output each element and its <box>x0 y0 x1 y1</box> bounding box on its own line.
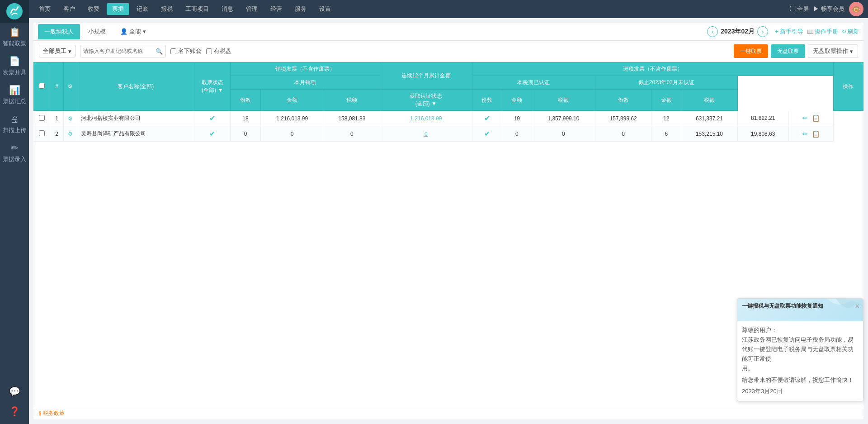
data-entry-icon: ✏ <box>11 143 19 153</box>
edit-icon[interactable]: ✏ <box>802 130 808 138</box>
checkbox-my-accounts[interactable]: 名下账套 <box>170 47 202 55</box>
row-num: 2 <box>50 126 64 142</box>
user-avatar[interactable]: 🐵 <box>849 2 863 16</box>
manual-link[interactable]: 📖 操作手册 <box>807 28 838 36</box>
th-month-sales: 本月销项 <box>231 76 380 90</box>
row-p-tax: 0 <box>595 126 651 142</box>
th-purchase-group: 进项发票（不含作废票） <box>472 62 833 76</box>
th-s-tax: 税额 <box>324 90 380 111</box>
row-actions: ✏ 📋 <box>788 111 833 126</box>
th-client-name: 客户名称(全部) <box>77 62 194 111</box>
row-checkbox[interactable] <box>34 126 50 142</box>
sidebar-item-scan-upload[interactable]: 🖨 扫描上传 <box>0 110 29 138</box>
nav-collect[interactable]: 收费 <box>82 3 105 15</box>
checkbox-has-taxdisk[interactable]: 有税盘 <box>206 47 231 55</box>
row-client-name: 河北柯搭楼实业有限公司 <box>77 111 194 126</box>
sidebar-item-invoice-summary[interactable]: 📊 票据汇总 <box>0 81 29 110</box>
search-input-wrap: 🔍 <box>80 45 166 57</box>
notification-close-btn[interactable]: × <box>855 302 859 310</box>
nav-message[interactable]: 消息 <box>216 3 239 15</box>
filter-bar: 全部员工 ▾ 🔍 名下账套 有税盘 一键取票 无盘取票 <box>33 41 863 62</box>
tab-all-icon: 👤 <box>120 28 127 35</box>
invoice-open-icon: 📄 <box>9 56 20 67</box>
edit-icon[interactable]: ✏ <box>802 114 808 122</box>
nav-client[interactable]: 客户 <box>58 3 80 15</box>
nav-bizreg[interactable]: 工商项目 <box>180 3 214 15</box>
sidebar-item-invoice-open[interactable]: 📄 发票开具 <box>0 52 29 81</box>
invoice-table: # ⚙ 客户名称(全部) 取票状态(全部) ▼ 销项发票（不含作废票） 连续12… <box>33 62 863 142</box>
sidebar-item-invoice-summary-label: 票据汇总 <box>3 97 26 105</box>
th-checkbox <box>34 62 50 111</box>
refresh-link[interactable]: ↻ 刷新 <box>842 28 859 36</box>
one-click-fetch-button[interactable]: 一键取票 <box>734 44 768 58</box>
chevron-down-icon: ▾ <box>143 28 146 35</box>
row-cert-status: ✔ <box>472 126 502 142</box>
nav-bookkeep[interactable]: 记账 <box>131 3 154 15</box>
tab-general[interactable]: 一般纳税人 <box>38 24 80 39</box>
tab-small-label: 小规模 <box>88 28 106 36</box>
table-row: 2 ⚙ 灵寿县尚泽矿产品有限公司 ✔ 0 0 0 0 ✔ 0 0 0 6 153… <box>34 126 863 142</box>
nav-home[interactable]: 首页 <box>33 3 56 15</box>
row-u-count: 6 <box>651 126 681 142</box>
next-month-btn[interactable]: › <box>757 26 768 37</box>
nav-operation[interactable]: 经营 <box>265 3 288 15</box>
no-disk-fetch-button[interactable]: 无盘取票 <box>771 44 805 58</box>
fullscreen-btn[interactable]: ⛶ 全屏 <box>790 5 809 13</box>
row-u-tax: 81,822.21 <box>737 111 788 126</box>
th-s-amount: 金额 <box>260 90 324 111</box>
row-s-cum[interactable]: 0 <box>380 126 472 142</box>
checkbox-my-accounts-input[interactable] <box>170 48 176 54</box>
copy-icon[interactable]: 📋 <box>812 130 820 138</box>
row-cert-status: ✔ <box>472 111 502 126</box>
tab-bar: 一般纳税人 小规模 👤 全能 ▾ ‹ 2023年02月 › ✦ 新手引导 📖 操… <box>33 23 863 41</box>
employee-select[interactable]: 全部员工 ▾ <box>39 45 75 57</box>
svg-point-0 <box>6 3 23 19</box>
sidebar-bottom: 💬 ❓ <box>6 383 23 424</box>
th-u-count: 份数 <box>595 90 651 111</box>
nav-manage[interactable]: 管理 <box>241 3 263 15</box>
filter-buttons: 一键取票 无盘取票 无盘取票操作 ▾ <box>734 44 858 58</box>
tax-policy-link[interactable]: 税务政策 <box>43 410 65 417</box>
row-num: 1 <box>50 111 64 126</box>
row-s-count: 18 <box>231 111 260 126</box>
tab-all[interactable]: 👤 全能 ▾ <box>114 24 152 39</box>
select-all-checkbox[interactable] <box>39 83 45 89</box>
row-checkbox[interactable] <box>34 111 50 126</box>
notif-line-4: 2023年3月20日 <box>742 387 859 396</box>
row-settings[interactable]: ⚙ <box>64 111 77 126</box>
smart-fetch-icon: 📋 <box>9 27 20 38</box>
checkbox-has-taxdisk-input[interactable] <box>206 48 212 54</box>
tab-nav: ‹ 2023年02月 › <box>707 26 768 37</box>
notif-line-0: 尊敬的用户： <box>742 326 859 335</box>
chat-icon[interactable]: 💬 <box>6 383 23 400</box>
nav-service[interactable]: 服务 <box>289 3 312 15</box>
no-disk-ops-label: 无盘取票操作 <box>813 47 848 55</box>
member-btn[interactable]: ▶ 畅享会员 <box>813 5 844 13</box>
status-bar: ℹ 税务政策 <box>33 407 863 419</box>
th-sales-group: 销项发票（不含作废票） <box>231 62 380 76</box>
row-fetch-status: ✔ <box>194 111 231 126</box>
row-fetch-status: ✔ <box>194 126 231 142</box>
row-s-amount: 1,216,013.99 <box>260 111 324 126</box>
nav-settings[interactable]: 设置 <box>314 3 336 15</box>
tab-small[interactable]: 小规模 <box>82 24 112 39</box>
search-input[interactable] <box>83 48 156 54</box>
row-s-cum[interactable]: 1,216,013.99 <box>380 111 472 126</box>
no-disk-ops-button[interactable]: 无盘取票操作 ▾ <box>808 44 858 58</box>
topnav-right: ⛶ 全屏 ▶ 畅享会员 🐵 <box>790 2 863 16</box>
search-icon[interactable]: 🔍 <box>156 48 163 55</box>
employee-label: 全部员工 <box>43 47 66 55</box>
sidebar-item-data-entry[interactable]: ✏ 票据录入 <box>0 138 29 167</box>
sidebar-item-smart-fetch[interactable]: 📋 智能取票 <box>0 23 29 52</box>
nav-invoice[interactable]: 票据 <box>107 3 129 15</box>
th-num: # <box>50 62 64 111</box>
row-p-amount: 1,357,999.10 <box>532 111 595 126</box>
copy-icon[interactable]: 📋 <box>812 114 820 122</box>
prev-month-btn[interactable]: ‹ <box>707 26 718 37</box>
new-guide-link[interactable]: ✦ 新手引导 <box>774 28 803 36</box>
help-icon[interactable]: ❓ <box>6 403 23 419</box>
nav-tax[interactable]: 报税 <box>156 3 178 15</box>
row-client-name: 灵寿县尚泽矿产品有限公司 <box>77 126 194 142</box>
row-settings[interactable]: ⚙ <box>64 126 77 142</box>
row-s-amount: 0 <box>260 126 324 142</box>
